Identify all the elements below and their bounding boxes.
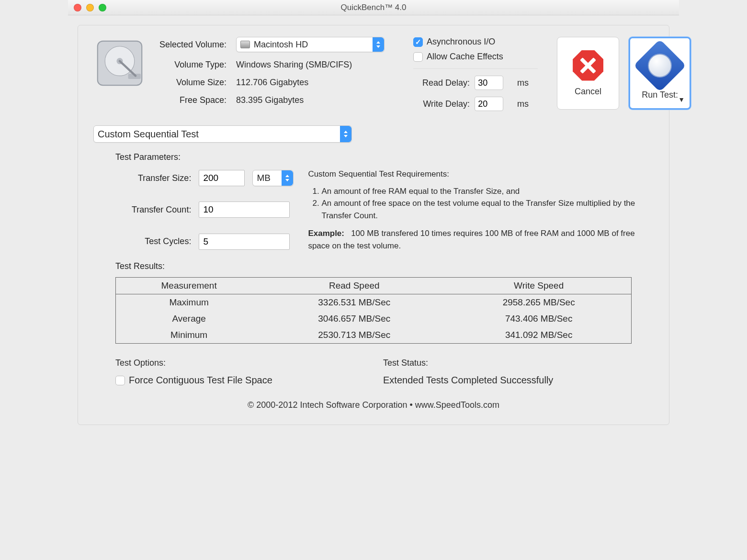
allow-cache-label: Allow Cache Effects bbox=[427, 52, 503, 62]
test-type-value: Custom Sequential Test bbox=[98, 129, 199, 140]
close-window-icon[interactable] bbox=[74, 4, 81, 11]
row-read: 3046.657 MB/Sec bbox=[262, 311, 446, 327]
allow-cache-checkbox[interactable] bbox=[413, 52, 423, 62]
requirement-1: An amount of free RAM equal to the Trans… bbox=[321, 185, 644, 198]
transfer-size-unit-value: MB bbox=[257, 173, 271, 183]
test-parameters-heading: Test Parameters: bbox=[115, 152, 654, 162]
ms-label-2: ms bbox=[517, 99, 538, 109]
stopwatch-icon bbox=[634, 39, 686, 91]
row-label: Maximum bbox=[116, 294, 262, 311]
cancel-button-label: Cancel bbox=[575, 87, 601, 97]
cancel-icon bbox=[573, 50, 603, 81]
force-contiguous-label: Force Contiguous Test File Space bbox=[129, 375, 272, 386]
transfer-size-label: Transfer Size: bbox=[132, 173, 191, 183]
col-measurement: Measurement bbox=[116, 278, 262, 294]
volume-size-label: Volume Size: bbox=[159, 78, 226, 88]
chevron-updown-icon bbox=[282, 170, 293, 186]
footer-text: © 2000-2012 Intech Software Corporation … bbox=[93, 400, 654, 415]
selected-volume-select[interactable]: Macintosh HD bbox=[236, 37, 385, 52]
selected-volume-label: Selected Volume: bbox=[159, 40, 226, 50]
selected-volume-value: Macintosh HD bbox=[254, 40, 308, 50]
caret-down-icon: ▼ bbox=[678, 96, 685, 103]
test-cycles-label: Test Cycles: bbox=[132, 236, 191, 246]
window-title: QuickBench™ 4.0 bbox=[68, 3, 679, 12]
requirements-text: Custom Sequential Test Requirements: An … bbox=[308, 168, 654, 252]
transfer-size-unit-select[interactable]: MB bbox=[252, 170, 294, 186]
volume-type-label: Volume Type: bbox=[159, 60, 226, 70]
async-io-label: Asynchronous I/O bbox=[427, 37, 495, 47]
run-test-button-label: Run Test: bbox=[642, 90, 678, 100]
table-row: Average 3046.657 MB/Sec 743.406 MB/Sec bbox=[116, 311, 632, 327]
requirements-title: Custom Sequential Test Requirements: bbox=[308, 168, 644, 180]
row-read: 3326.531 MB/Sec bbox=[262, 294, 446, 311]
disk-mini-icon bbox=[240, 41, 250, 48]
requirement-2: An amount of free space on the test volu… bbox=[321, 197, 644, 222]
drive-icon bbox=[93, 37, 146, 90]
example-label: Example: bbox=[308, 229, 344, 238]
test-results-heading: Test Results: bbox=[115, 261, 654, 271]
test-type-select[interactable]: Custom Sequential Test bbox=[93, 125, 352, 143]
test-status-text: Extended Tests Completed Successfully bbox=[383, 375, 632, 386]
table-row: Minimum 2530.713 MB/Sec 341.092 MB/Sec bbox=[116, 327, 632, 344]
row-read: 2530.713 MB/Sec bbox=[262, 327, 446, 344]
row-write: 341.092 MB/Sec bbox=[446, 327, 631, 344]
transfer-count-input[interactable] bbox=[199, 202, 290, 218]
titlebar: QuickBench™ 4.0 bbox=[68, 0, 679, 15]
col-write-speed: Write Speed bbox=[446, 278, 631, 294]
transfer-size-input[interactable] bbox=[199, 170, 245, 186]
free-space-value: 83.395 Gigabytes bbox=[236, 95, 385, 105]
row-write: 2958.265 MB/Sec bbox=[446, 294, 631, 311]
write-delay-label: Write Delay: bbox=[413, 99, 470, 109]
force-contiguous-checkbox[interactable] bbox=[115, 376, 125, 385]
chevron-updown-icon bbox=[373, 37, 384, 52]
minimize-window-icon[interactable] bbox=[86, 4, 94, 11]
chevron-updown-icon bbox=[340, 126, 351, 142]
row-label: Minimum bbox=[116, 327, 262, 344]
example-text: 100 MB transfered 10 times requires 100 … bbox=[308, 229, 634, 250]
row-write: 743.406 MB/Sec bbox=[446, 311, 631, 327]
async-io-checkbox[interactable] bbox=[413, 37, 423, 47]
read-delay-input[interactable] bbox=[475, 76, 503, 90]
test-options-heading: Test Options: bbox=[115, 358, 364, 368]
col-read-speed: Read Speed bbox=[262, 278, 446, 294]
run-test-button[interactable]: Run Test: ▼ bbox=[629, 37, 691, 110]
test-status-heading: Test Status: bbox=[383, 358, 632, 368]
cancel-button[interactable]: Cancel bbox=[557, 37, 619, 110]
transfer-count-label: Transfer Count: bbox=[132, 205, 191, 215]
row-label: Average bbox=[116, 311, 262, 327]
free-space-label: Free Space: bbox=[159, 95, 226, 105]
test-cycles-input[interactable] bbox=[199, 234, 290, 250]
table-row: Maximum 3326.531 MB/Sec 2958.265 MB/Sec bbox=[116, 294, 632, 311]
volume-type-value: Windows Sharing (SMB/CIFS) bbox=[236, 60, 385, 70]
read-delay-label: Read Delay: bbox=[413, 78, 470, 88]
volume-size-value: 112.706 Gigabytes bbox=[236, 78, 385, 88]
zoom-window-icon[interactable] bbox=[99, 4, 106, 11]
ms-label-1: ms bbox=[517, 78, 538, 88]
results-table: Measurement Read Speed Write Speed Maxim… bbox=[115, 277, 632, 344]
write-delay-input[interactable] bbox=[475, 97, 503, 111]
